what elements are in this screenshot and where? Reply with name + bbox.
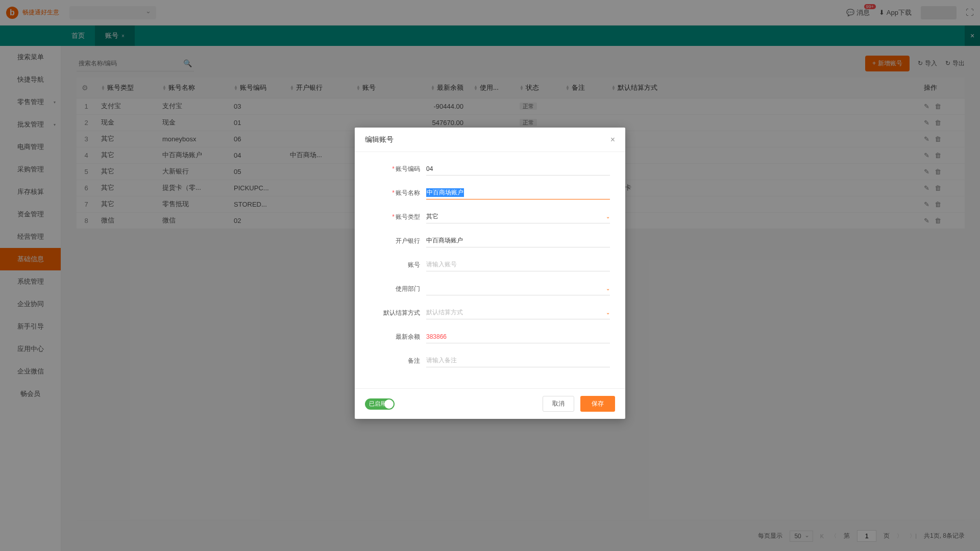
dept-select[interactable]: ⌄ [426,282,610,295]
cancel-button[interactable]: 取消 [543,396,574,412]
bank-input[interactable]: 中百商场账户 [426,234,610,247]
bank-value: 中百商场账户 [426,236,463,245]
enabled-switch[interactable]: 已启用 [365,398,395,410]
modal-close-icon[interactable]: × [610,135,615,144]
type-select[interactable]: 其它⌄ [426,210,610,223]
acct-input[interactable]: 请输入账号 [426,258,610,271]
settle-placeholder: 默认结算方式 [426,308,463,317]
balance-label: 最新余额 [396,333,420,340]
balance-input[interactable]: 383866 [426,330,610,343]
name-label: 账号名称 [396,189,420,196]
code-label: 账号编码 [396,165,420,172]
modal-overlay: 编辑账号 × *账号编码 04 *账号名称 中百商场账户 *账号类型 其它⌄ 开… [0,0,980,551]
settle-select[interactable]: 默认结算方式⌄ [426,306,610,319]
note-placeholder: 请输入备注 [426,356,457,365]
modal-footer: 已启用 取消 保存 [355,388,625,419]
modal-title: 编辑账号 [365,135,394,144]
save-button[interactable]: 保存 [580,396,615,412]
acct-placeholder: 请输入账号 [426,260,457,269]
settle-label: 默认结算方式 [383,309,420,316]
note-label: 备注 [408,357,420,364]
acct-label: 账号 [408,261,420,268]
switch-label: 已启用 [369,400,386,408]
type-label: 账号类型 [396,213,420,220]
dept-label: 使用部门 [396,285,420,292]
code-value: 04 [426,165,433,172]
code-input[interactable]: 04 [426,162,610,176]
type-value: 其它 [426,212,438,221]
chevron-down-icon: ⌄ [606,214,610,219]
chevron-down-icon: ⌄ [606,310,610,315]
bank-label: 开户银行 [396,237,420,244]
chevron-down-icon: ⌄ [606,286,610,291]
name-value: 中百商场账户 [426,188,464,197]
edit-account-modal: 编辑账号 × *账号编码 04 *账号名称 中百商场账户 *账号类型 其它⌄ 开… [355,128,625,419]
modal-header: 编辑账号 × [355,128,625,152]
modal-body: *账号编码 04 *账号名称 中百商场账户 *账号类型 其它⌄ 开户银行 中百商… [355,152,625,388]
balance-value: 383866 [426,333,447,340]
note-input[interactable]: 请输入备注 [426,354,610,367]
name-input[interactable]: 中百商场账户 [426,186,610,199]
